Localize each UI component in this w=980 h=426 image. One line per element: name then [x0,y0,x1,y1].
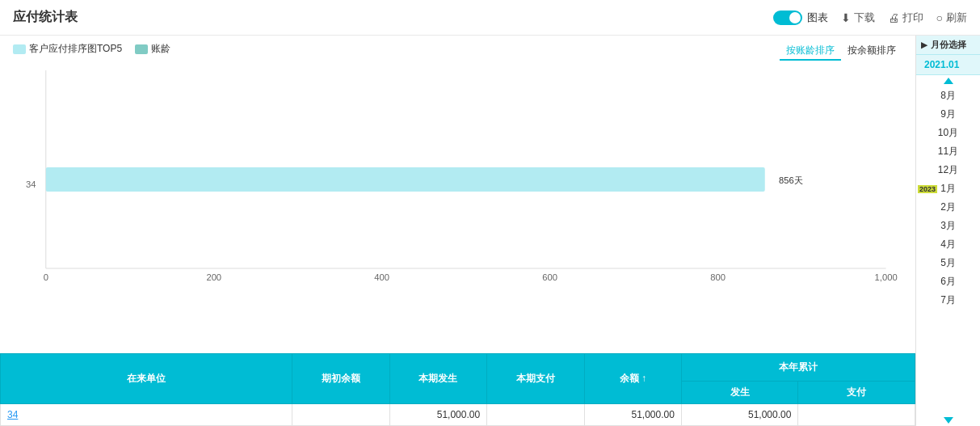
chart-toggle-label: 图表 [807,11,828,25]
svg-text:0: 0 [44,272,48,282]
chart-container: 34 0 200 400 600 800 1,000 [13,62,902,297]
cell-year-pay [798,404,915,426]
th-name: 在来单位 [1,354,292,404]
cell-balance: 51,000.00 [584,404,681,426]
month-item[interactable]: 12月 [916,161,980,179]
month-item[interactable]: 9月 [916,105,980,124]
cell-name[interactable]: 34 [1,404,292,426]
sidebar-year-input[interactable] [921,57,975,73]
chart-legend: 客户应付排序图TOP5 账龄 [13,42,902,56]
month-item[interactable]: 2月 [916,198,980,217]
sort-tab-age[interactable]: 按账龄排序 [780,42,841,61]
print-label: 打印 [902,11,923,25]
month-item[interactable]: 6月 [916,272,980,291]
balance-sort-icon[interactable]: ↑ [641,373,646,384]
legend-label-1: 客户应付排序图TOP5 [29,42,122,56]
table-section: 在来单位 期初余额 本期发生 本期支付 余额 ↑ 本年累计 发生 [0,353,915,426]
sidebar-scroll-down[interactable] [916,415,980,426]
download-icon: ⬇ [841,11,851,24]
chart-toggle[interactable] [773,11,802,25]
chart-toggle-group: 图表 [773,11,828,25]
th-year-total: 本年累计 [681,354,915,382]
print-button[interactable]: 🖨 打印 [888,11,923,25]
month-item[interactable]: 7月 [916,291,980,310]
refresh-icon: ○ [936,11,943,24]
chevron-down-icon [944,417,953,424]
chart-svg: 34 0 200 400 600 800 1,000 [13,62,902,297]
svg-text:800: 800 [710,272,726,282]
th-period-pay: 本期支付 [487,354,584,404]
month-item[interactable]: 4月 [916,235,980,254]
month-item[interactable]: 5月 [916,254,980,272]
sort-tab-balance[interactable]: 按余额排序 [841,42,902,61]
legend-color-1 [13,44,26,54]
legend-item-2: 账龄 [135,42,170,56]
page-title: 应付统计表 [13,9,78,26]
th-period-balance: 期初余额 [292,354,389,404]
year-badge: 2023 [918,185,937,193]
sidebar-title: 月份选择 [931,39,966,51]
sidebar-collapse-icon[interactable]: ▶ [921,40,927,49]
sort-tabs: 按账龄排序 按余额排序 [780,42,902,61]
refresh-label: 刷新 [946,11,967,25]
legend-color-2 [135,44,148,54]
table-row: 34 51,000.00 51,000.00 51,000.00 [1,404,915,426]
cell-period-gen: 51,000.00 [389,404,486,426]
month-item[interactable]: 8月 [916,86,980,105]
summary-table: 在来单位 期初余额 本期发生 本期支付 余额 ↑ 本年累计 发生 [0,353,915,426]
cell-period-balance [292,404,389,426]
svg-text:600: 600 [542,272,557,282]
sidebar-months: 8月9月10月11月12月20231月2月3月4月5月6月7月 [916,86,980,415]
print-icon: 🖨 [888,11,899,24]
cell-year-gen: 51,000.00 [681,404,798,426]
th-balance: 余额 ↑ [584,354,681,404]
month-item[interactable]: 11月 [916,142,980,161]
th-year-pay: 支付 [798,382,915,404]
th-period-gen: 本期发生 [389,354,486,404]
sidebar-header: ▶ 月份选择 [916,36,980,55]
month-item[interactable]: 3月 [916,217,980,235]
svg-text:34: 34 [26,179,36,189]
th-year-gen: 发生 [681,382,798,404]
legend-item-1: 客户应付排序图TOP5 [13,42,122,56]
legend-label-2: 账龄 [151,42,170,56]
svg-text:400: 400 [374,272,389,282]
download-label: 下载 [854,11,875,25]
month-item[interactable]: 20231月 [916,179,980,198]
svg-text:856天: 856天 [779,175,803,185]
chevron-up-icon [944,78,953,84]
cell-period-pay [487,404,584,426]
download-button[interactable]: ⬇ 下载 [841,11,875,25]
sidebar: ▶ 月份选择 8月9月10月11月12月20231月2月3月4月5月6月7月 [915,36,980,426]
svg-text:200: 200 [206,272,221,282]
svg-rect-9 [46,167,765,192]
sidebar-scroll-up[interactable] [916,75,980,86]
svg-text:1,000: 1,000 [875,272,898,282]
refresh-button[interactable]: ○ 刷新 [936,11,967,25]
month-item[interactable]: 10月 [916,124,980,142]
